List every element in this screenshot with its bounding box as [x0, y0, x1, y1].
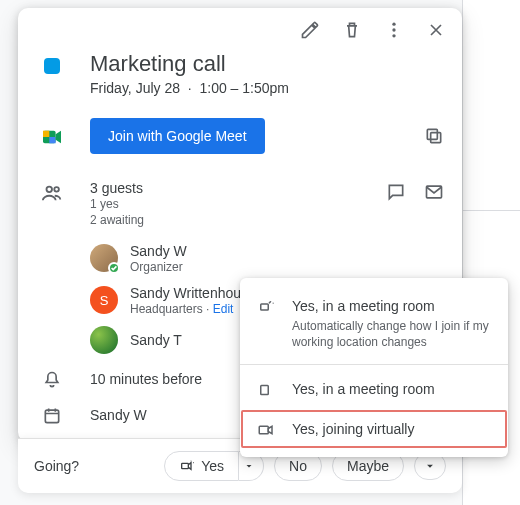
svg-rect-7 — [427, 129, 437, 139]
meeting-room-icon — [256, 379, 276, 399]
svg-rect-14 — [261, 386, 269, 395]
svg-rect-6 — [431, 133, 441, 143]
edit-icon[interactable] — [298, 18, 322, 42]
edit-location-link[interactable]: Edit — [213, 302, 234, 316]
avatar: S — [90, 286, 118, 314]
attendee-name: Sandy Writtenhouse — [130, 284, 256, 302]
attendee-row[interactable]: Sandy W Organizer — [90, 242, 462, 274]
event-datetime: Friday, July 28 · 1:00 – 1:50pm — [90, 80, 289, 96]
notification-icon — [42, 370, 62, 390]
svg-rect-4 — [43, 131, 49, 137]
rsvp-join-mode-popup: Yes, in a meeting room Automatically cha… — [240, 278, 508, 457]
copy-link-icon[interactable] — [422, 124, 446, 148]
svg-rect-5 — [49, 137, 55, 143]
guest-awaiting-count: 2 awaiting — [90, 212, 368, 228]
calendar-icon — [42, 406, 62, 426]
svg-point-9 — [54, 187, 59, 192]
svg-point-8 — [47, 187, 53, 193]
chat-guests-icon[interactable] — [384, 180, 408, 204]
join-meet-button[interactable]: Join with Google Meet — [90, 118, 265, 154]
svg-rect-13 — [261, 304, 269, 310]
rsvp-yes-button[interactable]: Yes — [164, 451, 239, 481]
attendee-name: Sandy W — [130, 242, 187, 260]
event-title: Marketing call — [90, 50, 289, 78]
card-toolbar — [18, 8, 462, 46]
avatar — [90, 244, 118, 272]
popup-option-meeting-room[interactable]: Yes, in a meeting room — [240, 369, 508, 409]
guest-count: 3 guests — [90, 180, 368, 196]
delete-icon[interactable] — [340, 18, 364, 42]
close-icon[interactable] — [424, 18, 448, 42]
email-guests-icon[interactable] — [422, 180, 446, 204]
video-icon — [256, 419, 276, 439]
svg-rect-12 — [182, 463, 189, 468]
svg-point-0 — [392, 23, 395, 26]
svg-point-2 — [392, 34, 395, 37]
divider — [240, 364, 508, 365]
google-meet-icon — [41, 128, 63, 146]
attendee-name: Sandy T — [130, 331, 182, 349]
svg-rect-11 — [45, 410, 58, 423]
event-color-swatch — [44, 58, 60, 74]
accepted-badge-icon — [108, 262, 120, 274]
guests-icon — [41, 182, 63, 204]
attendee-location: Headquarters · Edit — [130, 302, 256, 316]
popup-option-meeting-room-auto[interactable]: Yes, in a meeting room Automatically cha… — [240, 286, 508, 360]
reminder-text: 10 minutes before — [90, 371, 202, 387]
more-options-icon[interactable] — [382, 18, 406, 42]
attendee-role: Organizer — [130, 260, 187, 274]
creator-name: Sandy W — [90, 407, 147, 423]
svg-point-1 — [392, 28, 395, 31]
rsvp-prompt: Going? — [34, 458, 79, 474]
popup-option-virtually[interactable]: Yes, joining virtually — [240, 409, 508, 449]
meeting-room-auto-icon — [256, 296, 276, 316]
guest-yes-count: 1 yes — [90, 196, 368, 212]
svg-rect-15 — [259, 426, 268, 434]
avatar — [90, 326, 118, 354]
